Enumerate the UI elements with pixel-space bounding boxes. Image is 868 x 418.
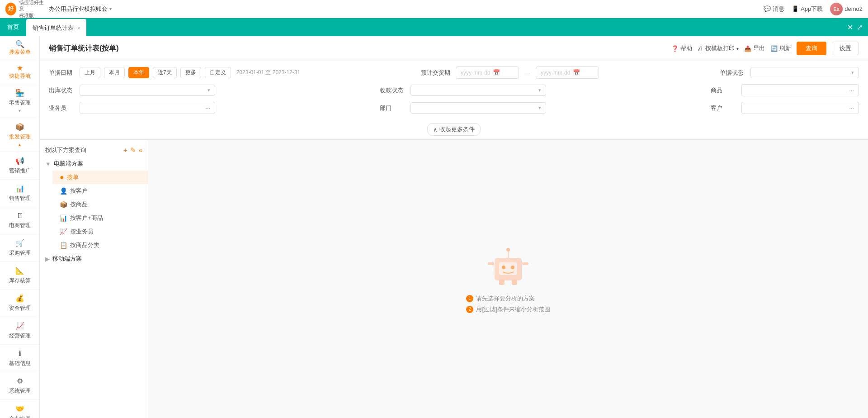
- salesman-input[interactable]: ···: [80, 102, 215, 114]
- message-button[interactable]: 💬 消息: [764, 5, 784, 13]
- expected-date-label: 预计交货期: [421, 69, 450, 77]
- customer-label: 客户: [711, 104, 736, 112]
- avatar: Ea: [830, 3, 843, 15]
- date-last-month-btn[interactable]: 上月: [80, 67, 100, 78]
- topbar: 好 畅捷通好生意 标准版 办公用品行业模拟账套 ▾ 💬 消息 📱 App下载 E…: [0, 0, 868, 18]
- sidebar-item-purchase[interactable]: 🛒 采购管理: [0, 234, 39, 262]
- left-panel-header: 按以下方案查询 + ✎ «: [40, 143, 148, 157]
- goods-more-icon[interactable]: ···: [849, 87, 854, 94]
- print-chevron-icon: ▾: [736, 46, 739, 51]
- empty-tips: 1 请先选择要分析的方案 2 用[过滤]条件来缩小分析范围: [466, 294, 550, 316]
- export-button[interactable]: 📤 导出: [744, 44, 765, 52]
- date-last7-btn[interactable]: 近7天: [153, 67, 177, 78]
- sidebar-item-basics[interactable]: ℹ 基础信息: [0, 345, 39, 372]
- receive-chevron-icon: ▾: [538, 87, 541, 93]
- svg-rect-4: [488, 262, 494, 265]
- expected-date-start[interactable]: yyyy-mm-dd 📅: [456, 66, 519, 79]
- customer-input[interactable]: ···: [741, 102, 859, 114]
- tab-close-icon[interactable]: ×: [77, 25, 80, 31]
- department-select[interactable]: ▾: [410, 102, 546, 114]
- tabbar: 首页 销售订单统计表 × ✕ ⤢: [0, 18, 868, 36]
- basics-icon: ℹ: [19, 349, 21, 358]
- page-title: 销售订单统计表(按单): [49, 44, 119, 53]
- sidebar-item-enterprise[interactable]: 🤝 企业协同: [0, 400, 39, 418]
- salesman-more-icon[interactable]: ···: [205, 104, 210, 111]
- date-more-btn[interactable]: 更多: [180, 67, 201, 78]
- filter-row-2: 出库状态 ▾ 收款状态 ▾ 商品 ···: [49, 84, 859, 96]
- date-custom-btn[interactable]: 自定义: [205, 67, 231, 78]
- sidebar-item-marketing[interactable]: 📢 营销推广: [0, 152, 39, 180]
- svg-rect-5: [522, 262, 528, 265]
- empty-illustration: [486, 242, 531, 287]
- purchase-icon: 🛒: [15, 239, 24, 247]
- sidebar-item-operations[interactable]: 📈 经营管理: [0, 317, 39, 345]
- window-close-icon[interactable]: ✕: [847, 23, 853, 32]
- setting-button[interactable]: 设置: [832, 42, 859, 55]
- main-layout: 🔍 搜索菜单 ★ 快捷导航 🏪 零售管理 ▼ 📦 批发管理 ▲ 📢 营销推广 📊…: [0, 36, 868, 418]
- out-status-select[interactable]: ▾: [80, 85, 215, 96]
- edit-scheme-button[interactable]: ✎: [130, 146, 136, 154]
- sidebar-item-wholesale[interactable]: 📦 批发管理 ▲: [0, 118, 39, 152]
- receive-status-label: 收款状态: [380, 86, 405, 95]
- svg-point-3: [511, 266, 514, 269]
- scheme-item-by-customer[interactable]: 👤 按客户: [52, 184, 148, 198]
- receive-status-select[interactable]: ▾: [410, 85, 546, 96]
- scheme-item-by-salesman[interactable]: 📈 按业务员: [52, 225, 148, 238]
- by-salesman-icon: 📈: [60, 228, 67, 235]
- svg-rect-7: [512, 280, 517, 285]
- sidebar-item-retail[interactable]: 🏪 零售管理 ▼: [0, 84, 39, 118]
- logo-icon: 好: [5, 3, 16, 15]
- scheme-item-by-order[interactable]: ● 按单: [52, 171, 148, 184]
- date-label: 单据日期: [49, 69, 74, 77]
- by-cg-icon: 📊: [60, 214, 67, 222]
- sidebar-item-system[interactable]: ⚙ 系统管理: [0, 372, 39, 400]
- export-icon: 📤: [744, 45, 751, 52]
- sidebar-item-quicknav[interactable]: ★ 快捷导航: [0, 60, 39, 84]
- add-scheme-button[interactable]: +: [123, 146, 127, 154]
- page-header-actions: ❓ 帮助 🖨 按模板打印 ▾ 📤 导出 🔄 刷新 查询 设置: [671, 42, 859, 55]
- tab-sales-order-stats[interactable]: 销售订单统计表 ×: [26, 19, 86, 37]
- tree-expand-icon: ▼: [45, 161, 51, 167]
- print-button[interactable]: 🖨 按模板打印 ▾: [698, 44, 739, 52]
- date-this-month-btn[interactable]: 本月: [104, 67, 125, 78]
- ecommerce-icon: 🖥: [16, 212, 24, 220]
- date-range-text: 2023-01-01 至 2023-12-31: [236, 69, 300, 76]
- scheme-item-by-goods[interactable]: 📦 按商品: [52, 198, 148, 211]
- goods-input[interactable]: ···: [741, 84, 859, 96]
- salesman-label: 业务员: [49, 104, 74, 112]
- help-button[interactable]: ❓ 帮助: [671, 44, 692, 52]
- sidebar-item-inventory[interactable]: 📐 库存核算: [0, 262, 39, 290]
- sidebar-item-sales[interactable]: 📊 销售管理: [0, 180, 39, 207]
- retail-icon: 🏪: [15, 89, 24, 97]
- department-label: 部门: [380, 104, 405, 112]
- sidebar-item-finance[interactable]: 💰 资金管理: [0, 290, 39, 317]
- tree-mobile-expand-icon: ▶: [45, 256, 50, 262]
- expected-date-end[interactable]: yyyy-mm-dd 📅: [536, 66, 599, 79]
- filter-row-1: 单据日期 上月 本月 本年 近7天 更多 自定义 2023-01-01 至 20…: [49, 66, 859, 79]
- app-download-button[interactable]: 📱 App下载: [792, 5, 823, 13]
- account-chevron-icon[interactable]: ▾: [109, 6, 112, 11]
- tree-section-mobile[interactable]: ▶ 移动端方案: [40, 252, 148, 266]
- logo-text: 畅捷通好生意 标准版: [19, 0, 45, 19]
- window-maximize-icon[interactable]: ⤢: [857, 23, 863, 32]
- sidebar-item-ecommerce[interactable]: 🖥 电商管理: [0, 207, 39, 234]
- enterprise-icon: 🤝: [15, 404, 24, 413]
- refresh-button[interactable]: 🔄 刷新: [770, 44, 791, 52]
- scheme-item-by-category[interactable]: 📋 按商品分类: [52, 238, 148, 252]
- sales-icon: 📊: [15, 184, 24, 193]
- scheme-item-by-customer-goods[interactable]: 📊 按客户+商品: [52, 211, 148, 225]
- collapse-panel-button[interactable]: «: [139, 146, 142, 154]
- svg-rect-6: [499, 280, 505, 285]
- customer-more-icon[interactable]: ···: [849, 104, 854, 111]
- calendar-icon: 📅: [493, 69, 500, 76]
- date-this-year-btn[interactable]: 本年: [128, 67, 149, 78]
- tabbar-controls: ✕ ⤢: [842, 23, 868, 32]
- query-button[interactable]: 查询: [797, 42, 826, 55]
- tree-section-pc[interactable]: ▼ 电脑端方案: [40, 157, 148, 171]
- sidebar-item-search[interactable]: 🔍 搜索菜单: [0, 36, 39, 60]
- status-select[interactable]: ▾: [750, 67, 859, 78]
- tab-home[interactable]: 首页: [0, 18, 26, 36]
- user-menu-button[interactable]: Ea demo2: [830, 3, 863, 15]
- collapse-button[interactable]: ∧ 收起更多条件: [427, 123, 481, 136]
- help-icon: ❓: [671, 45, 679, 52]
